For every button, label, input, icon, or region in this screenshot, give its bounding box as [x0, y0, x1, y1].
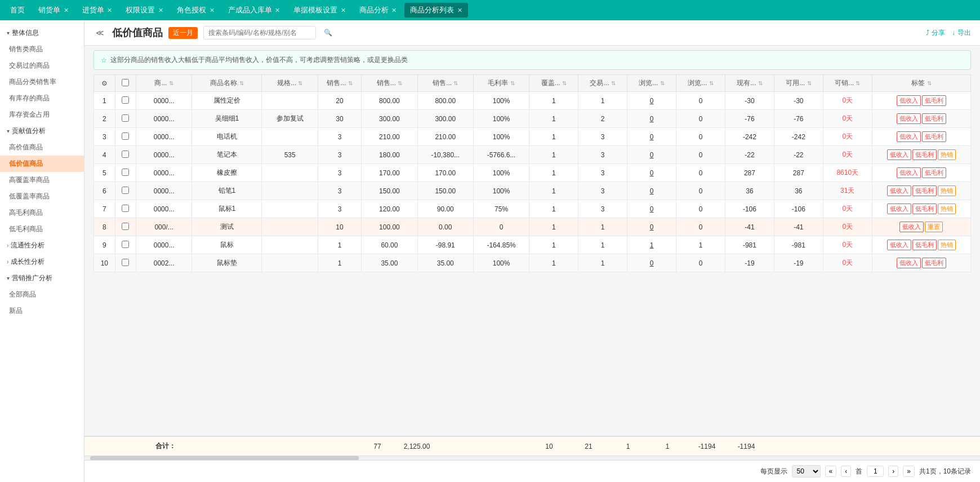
- th-sales-qty[interactable]: 销售... ⇅: [318, 75, 361, 92]
- sidebar-group-flow[interactable]: › 流通性分析: [0, 237, 84, 254]
- page-number-input[interactable]: [867, 466, 884, 477]
- row-checkbox[interactable]: [122, 223, 129, 230]
- sidebar-item-new-goods[interactable]: 新品: [0, 303, 84, 319]
- nav-item-role[interactable]: 角色授权 ✕: [171, 3, 220, 17]
- views-link[interactable]: 0: [650, 169, 654, 177]
- th-check[interactable]: [115, 75, 136, 92]
- sort-icon[interactable]: ⇅: [660, 80, 665, 86]
- sort-icon[interactable]: ⇅: [562, 80, 567, 86]
- th-trade[interactable]: 交易... ⇅: [578, 75, 627, 92]
- row-checkbox-cell[interactable]: [115, 236, 136, 254]
- nav-item-template[interactable]: 单据模板设置 ✕: [288, 3, 351, 17]
- sidebar-item-stock-goods[interactable]: 有库存的商品: [0, 90, 84, 107]
- search-icon[interactable]: 🔍: [324, 29, 332, 37]
- th-coverage[interactable]: 覆盖... ⇅: [529, 75, 578, 92]
- views-link[interactable]: 1: [650, 241, 654, 249]
- row-checkbox[interactable]: [122, 259, 129, 266]
- th-available[interactable]: 可用... ⇅: [774, 75, 823, 92]
- views-link[interactable]: 0: [650, 151, 654, 159]
- collapse-sidebar-button[interactable]: ≪: [93, 26, 106, 39]
- row-checkbox[interactable]: [122, 114, 129, 122]
- sidebar-item-all-goods[interactable]: 全部商品: [0, 286, 84, 303]
- th-views1[interactable]: 浏览... ⇅: [627, 75, 676, 92]
- next-page-button[interactable]: ›: [888, 466, 898, 477]
- close-icon[interactable]: ✕: [341, 7, 346, 14]
- views-link[interactable]: 0: [650, 115, 654, 123]
- views1[interactable]: 0: [627, 146, 676, 164]
- views-link[interactable]: 0: [650, 223, 654, 231]
- views1[interactable]: 0: [627, 128, 676, 146]
- sort-icon[interactable]: ⇅: [510, 80, 515, 86]
- date-tag[interactable]: 近一月: [168, 27, 198, 39]
- sidebar-item-stock-fund[interactable]: 库存资金占用: [0, 107, 84, 123]
- sort-icon[interactable]: ⇅: [611, 80, 616, 86]
- views-link[interactable]: 0: [650, 259, 654, 267]
- first-page-button[interactable]: «: [825, 466, 837, 477]
- sort-icon[interactable]: ⇅: [348, 80, 353, 86]
- sidebar-item-category-rate[interactable]: 商品分类销售率: [0, 74, 84, 90]
- row-checkbox-cell[interactable]: [115, 110, 136, 128]
- views1[interactable]: 0: [627, 218, 676, 236]
- views1[interactable]: 0: [627, 164, 676, 182]
- sidebar-item-high-coverage[interactable]: 高覆盖率商品: [0, 172, 84, 188]
- close-icon[interactable]: ✕: [210, 7, 215, 14]
- sidebar-item-high-value[interactable]: 高价值商品: [0, 139, 84, 156]
- select-all-checkbox[interactable]: [122, 79, 129, 86]
- row-checkbox[interactable]: [122, 169, 129, 176]
- last-page-button[interactable]: »: [903, 466, 915, 477]
- views-link[interactable]: 0: [650, 205, 654, 213]
- th-spec[interactable]: 规格... ⇅: [262, 75, 318, 92]
- close-icon[interactable]: ✕: [64, 7, 69, 14]
- prev-page-button[interactable]: ‹: [841, 466, 851, 477]
- sort-icon[interactable]: ⇅: [298, 80, 302, 86]
- close-icon[interactable]: ✕: [107, 7, 112, 14]
- views-link[interactable]: 0: [650, 187, 654, 195]
- search-input[interactable]: [203, 26, 316, 39]
- sort-icon[interactable]: ⇅: [398, 80, 402, 86]
- th-sales-amt[interactable]: 销售... ⇅: [362, 75, 417, 92]
- row-checkbox[interactable]: [122, 151, 129, 158]
- th-tags[interactable]: 标签 ⇅: [872, 75, 970, 92]
- th-code[interactable]: 商... ⇅: [136, 75, 191, 92]
- th-sellable[interactable]: 可销... ⇅: [823, 75, 872, 92]
- sidebar-item-traded-goods[interactable]: 交易过的商品: [0, 58, 84, 74]
- row-checkbox-cell[interactable]: [115, 128, 136, 146]
- th-settings[interactable]: ⚙: [94, 75, 115, 92]
- th-sales-price[interactable]: 销售... ⇅: [417, 75, 473, 92]
- close-icon[interactable]: ✕: [457, 7, 462, 14]
- th-views2[interactable]: 浏览... ⇅: [676, 75, 725, 92]
- row-checkbox-cell[interactable]: [115, 146, 136, 164]
- th-name[interactable]: 商品名称 ⇅: [192, 75, 262, 92]
- row-checkbox[interactable]: [122, 205, 129, 212]
- row-checkbox-cell[interactable]: [115, 182, 136, 200]
- nav-item-purchase[interactable]: 进货单 ✕: [77, 3, 118, 17]
- sidebar-item-low-value[interactable]: 低价值商品: [0, 156, 84, 172]
- export-button[interactable]: ↓ 导出: [952, 28, 971, 38]
- share-button[interactable]: ⤴ 分享: [926, 28, 945, 38]
- row-checkbox[interactable]: [122, 241, 129, 248]
- page-size-select[interactable]: 50 100 200: [792, 465, 821, 477]
- views1[interactable]: 0: [627, 182, 676, 200]
- nav-item-home[interactable]: 首页: [5, 3, 30, 17]
- sort-icon[interactable]: ⇅: [807, 80, 812, 86]
- sort-icon[interactable]: ⇅: [239, 80, 244, 86]
- nav-item-analysis-list[interactable]: 商品分析列表 ✕: [404, 3, 468, 17]
- sidebar-group-growth[interactable]: › 成长性分析: [0, 254, 84, 270]
- nav-item-sales[interactable]: 销货单 ✕: [33, 3, 74, 17]
- row-checkbox-cell[interactable]: [115, 164, 136, 182]
- row-checkbox[interactable]: [122, 132, 129, 140]
- row-checkbox-cell[interactable]: [115, 254, 136, 272]
- sort-icon[interactable]: ⇅: [927, 80, 932, 86]
- close-icon[interactable]: ✕: [158, 7, 163, 14]
- views1[interactable]: 0: [627, 92, 676, 110]
- views1[interactable]: 0: [627, 200, 676, 218]
- sidebar-group-marketing[interactable]: ▾ 营销推广分析: [0, 270, 84, 286]
- sidebar-item-high-margin[interactable]: 高毛利商品: [0, 205, 84, 221]
- row-checkbox-cell[interactable]: [115, 200, 136, 218]
- sort-icon[interactable]: ⇅: [758, 80, 763, 86]
- sidebar-group-contribution[interactable]: ▾ 贡献值分析: [0, 123, 84, 139]
- row-checkbox[interactable]: [122, 187, 129, 194]
- sidebar-group-overview[interactable]: ▾ 整体信息: [0, 25, 84, 41]
- nav-item-warehouse[interactable]: 产成品入库单 ✕: [222, 3, 286, 17]
- sort-icon[interactable]: ⇅: [453, 80, 458, 86]
